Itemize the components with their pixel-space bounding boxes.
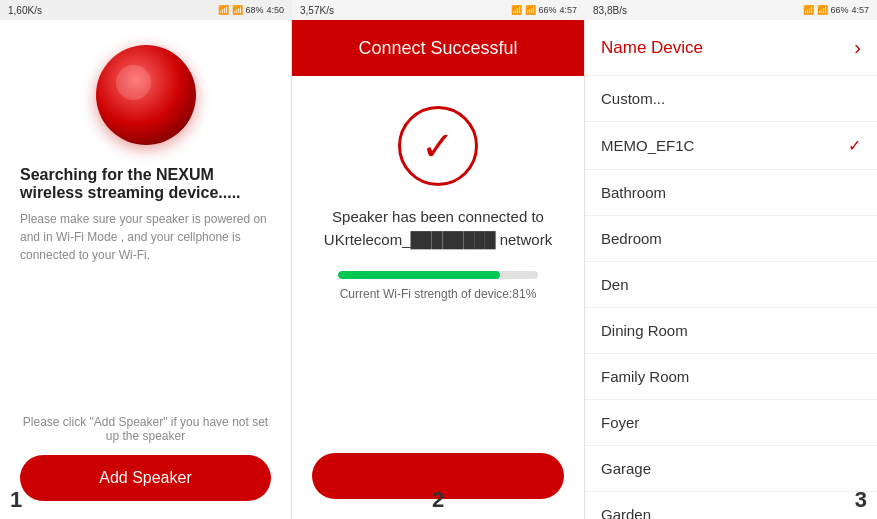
add-speaker-button[interactable]: Add Speaker bbox=[20, 455, 271, 501]
device-selected-checkmark: ✓ bbox=[848, 136, 861, 155]
connect-title: Connect Successful bbox=[358, 38, 517, 59]
status-bar-1: 1,60K/s 📶 📶 68% 4:50 bbox=[0, 0, 292, 20]
wifi-strength-fill bbox=[338, 271, 500, 279]
status-bar-2: 3,57K/s 📶 📶 66% 4:57 bbox=[292, 0, 585, 20]
device-list-item[interactable]: Bathroom bbox=[585, 170, 877, 216]
panel-search: Searching for the NEXUM wireless streami… bbox=[0, 20, 292, 519]
device-list-item[interactable]: Foyer bbox=[585, 400, 877, 446]
network-name: UKrtelecom_████████ network bbox=[324, 231, 552, 248]
device-item-name: MEMO_EF1C bbox=[601, 137, 694, 154]
device-list-item[interactable]: Family Room bbox=[585, 354, 877, 400]
status-icons-3: 📶 bbox=[803, 5, 814, 15]
status-speed-2: 3,57K/s bbox=[300, 5, 334, 16]
checkmark-icon: ✓ bbox=[421, 126, 455, 166]
add-speaker-hint: Please click "Add Speaker" if you have n… bbox=[20, 415, 271, 443]
name-device-header: Name Device › bbox=[585, 20, 877, 76]
device-item-name: Custom... bbox=[601, 90, 665, 107]
connect-desc-text: Speaker has been connected to bbox=[332, 208, 544, 225]
device-item-name: Dining Room bbox=[601, 322, 688, 339]
panels-container: Searching for the NEXUM wireless streami… bbox=[0, 20, 877, 519]
panel-1-number: 1 bbox=[10, 487, 22, 513]
device-list-item[interactable]: Garden bbox=[585, 492, 877, 519]
wifi-strength-bar bbox=[338, 271, 538, 279]
device-list-item[interactable]: Bedroom bbox=[585, 216, 877, 262]
searching-title: Searching for the NEXUM wireless streami… bbox=[20, 166, 271, 202]
device-list-item[interactable]: Garage bbox=[585, 446, 877, 492]
device-list-item[interactable]: MEMO_EF1C✓ bbox=[585, 122, 877, 170]
check-circle: ✓ bbox=[398, 106, 478, 186]
status-battery-2: 📶 66% bbox=[525, 5, 557, 15]
status-time-2: 4:57 bbox=[559, 5, 577, 15]
device-item-name: Bedroom bbox=[601, 230, 662, 247]
device-item-name: Garden bbox=[601, 506, 651, 519]
device-item-name: Bathroom bbox=[601, 184, 666, 201]
status-battery-1: 📶 68% bbox=[232, 5, 264, 15]
device-list: Custom...MEMO_EF1C✓BathroomBedroomDenDin… bbox=[585, 76, 877, 519]
status-speed-1: 1,60K/s bbox=[8, 5, 42, 16]
check-icon-container: ✓ bbox=[398, 106, 478, 186]
connect-header: Connect Successful bbox=[292, 20, 584, 76]
speaker-image bbox=[91, 40, 201, 150]
name-device-title: Name Device bbox=[601, 38, 703, 58]
speaker-circle-graphic bbox=[96, 45, 196, 145]
panel-2-number: 2 bbox=[432, 487, 444, 513]
connect-description: Speaker has been connected to UKrtelecom… bbox=[304, 206, 572, 251]
status-speed-3: 83,8B/s bbox=[593, 5, 627, 16]
status-battery-3: 📶 66% bbox=[817, 5, 849, 15]
status-time-1: 4:50 bbox=[266, 5, 284, 15]
status-time-3: 4:57 bbox=[851, 5, 869, 15]
status-bars: 1,60K/s 📶 📶 68% 4:50 3,57K/s 📶 📶 66% 4:5… bbox=[0, 0, 877, 20]
device-item-name: Foyer bbox=[601, 414, 639, 431]
status-icons-2: 📶 bbox=[511, 5, 522, 15]
panel-3-number: 3 bbox=[855, 487, 867, 513]
device-item-name: Family Room bbox=[601, 368, 689, 385]
status-bar-3: 83,8B/s 📶 📶 66% 4:57 bbox=[585, 0, 877, 20]
device-item-name: Den bbox=[601, 276, 629, 293]
chevron-right-icon: › bbox=[854, 36, 861, 59]
wifi-strength-text: Current Wi-Fi strength of device:81% bbox=[340, 287, 537, 301]
panel-connect: Connect Successful ✓ Speaker has been co… bbox=[292, 20, 585, 519]
device-item-name: Garage bbox=[601, 460, 651, 477]
device-list-item[interactable]: Den bbox=[585, 262, 877, 308]
panel-name-device: Name Device › Custom...MEMO_EF1C✓Bathroo… bbox=[585, 20, 877, 519]
device-list-item[interactable]: Custom... bbox=[585, 76, 877, 122]
status-icons-1: 📶 bbox=[218, 5, 229, 15]
searching-desc: Please make sure your speaker is powered… bbox=[20, 210, 271, 264]
device-list-item[interactable]: Dining Room bbox=[585, 308, 877, 354]
